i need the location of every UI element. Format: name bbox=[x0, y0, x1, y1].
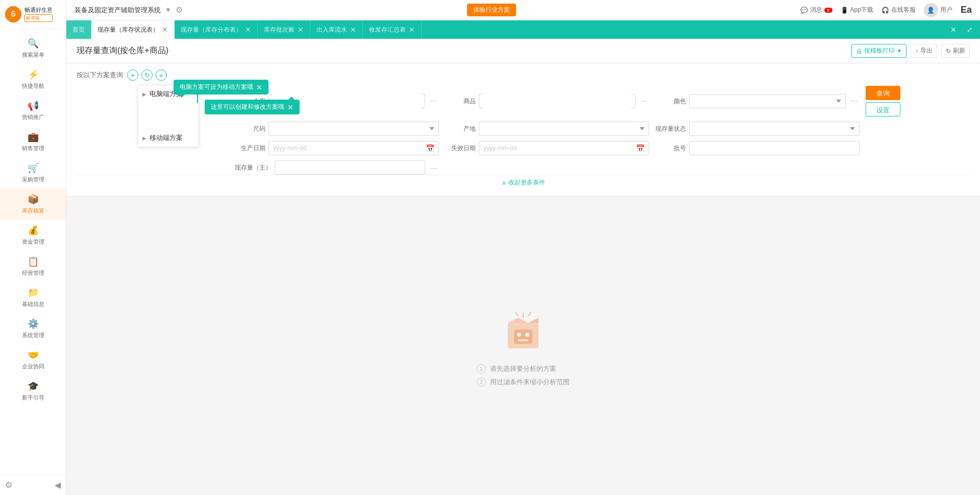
logo-badge: 标准版 bbox=[24, 14, 53, 22]
export-btn-label: 导出 bbox=[920, 46, 933, 55]
query-btn[interactable]: 查询 bbox=[866, 86, 900, 100]
messages-btn[interactable]: 💬 消息 9 bbox=[800, 6, 832, 14]
sidebar-item-enterprise[interactable]: 🤝 企业协同 bbox=[0, 344, 66, 375]
sidebar-item-guide[interactable]: 🎓 新手引导 bbox=[0, 375, 66, 407]
print-btn[interactable]: 🖨 按模板打印 ▼ bbox=[851, 44, 906, 58]
sidebar-item-sales[interactable]: 💼 销售管理 bbox=[0, 126, 66, 157]
sales-icon: 💼 bbox=[28, 131, 39, 143]
tab-in-out-flow-close[interactable]: ✕ bbox=[350, 26, 356, 34]
logo-text: 畅通好生意 bbox=[24, 6, 53, 13]
system-title-dropdown-icon[interactable]: ▼ bbox=[165, 6, 172, 14]
sidebar-item-sales-label: 销售管理 bbox=[22, 145, 44, 152]
sidebar-item-stock[interactable]: 📦 库存核算 bbox=[0, 188, 66, 220]
filter-scheme-area: + ↻ « bbox=[127, 69, 167, 81]
svg-rect-1 bbox=[514, 329, 532, 344]
scheme-tooltip-1: 电脑方案可设为移动方案哦 ✕ bbox=[174, 80, 268, 95]
tab-stock-status-close[interactable]: ✕ bbox=[162, 26, 168, 34]
filter-field-color: 颜色 ··· bbox=[655, 94, 860, 108]
messages-label: 消息 bbox=[810, 6, 822, 14]
collapse-bar[interactable]: ∧ 收起更多条件 bbox=[77, 175, 970, 190]
expire-date-label: 失效日期 bbox=[445, 144, 476, 153]
export-icon: ↑ bbox=[915, 48, 918, 55]
finance-icon: 💰 bbox=[28, 225, 39, 236]
print-dropdown-icon: ▼ bbox=[897, 48, 902, 54]
sidebar-item-purchase[interactable]: 🛒 采购管理 bbox=[0, 157, 66, 188]
filter-back-btn[interactable]: « bbox=[156, 69, 167, 81]
user-menu[interactable]: 👤 用户 bbox=[924, 3, 952, 17]
expire-date-start[interactable]: yyyy-mm-dd 📅 bbox=[479, 141, 649, 155]
export-btn[interactable]: ↑ 导出 bbox=[911, 44, 937, 58]
refresh-btn[interactable]: ↻ 刷新 bbox=[941, 44, 970, 58]
sidebar-item-finance[interactable]: 💰 资金管理 bbox=[0, 220, 66, 251]
stock-status-select[interactable] bbox=[689, 122, 860, 136]
svg-line-7 bbox=[516, 312, 518, 316]
quick-nav-icon: ⚡ bbox=[28, 69, 39, 80]
filter-label: 按以下方案查询 bbox=[77, 70, 123, 80]
collapse-sidebar-icon[interactable]: ◀ bbox=[55, 480, 61, 490]
size-select[interactable] bbox=[268, 122, 439, 136]
sidebar-item-stock-label: 库存核算 bbox=[22, 207, 44, 215]
sidebar-item-operations-label: 经营管理 bbox=[22, 269, 44, 277]
tab-receive-summary-close[interactable]: ✕ bbox=[409, 26, 415, 34]
industry-btn[interactable]: 体验行业方案 bbox=[467, 4, 516, 16]
produce-date-label: 生产日期 bbox=[235, 144, 265, 153]
main-content: 装备及固定资产辅助管理系统 ▼ ⚙ 体验行业方案 💬 消息 9 📱 App下载 … bbox=[66, 0, 980, 495]
sidebar-item-search[interactable]: 🔍 搜索菜单 bbox=[0, 33, 66, 64]
filter-row-2: 尺码 产地 现存量状态 bbox=[235, 122, 970, 136]
sidebar-item-system[interactable]: ⚙️ 系统管理 bbox=[0, 313, 66, 344]
reset-btn[interactable]: 设置 bbox=[866, 102, 900, 116]
filter-field-goods: 商品 ··· bbox=[445, 94, 649, 108]
goods-dots[interactable]: ··· bbox=[641, 97, 647, 106]
filter-header: 按以下方案查询 + ↻ « 电脑方案可设为移动方案哦 ✕ bbox=[77, 69, 970, 81]
filter-field-batch: 批号 bbox=[655, 141, 860, 155]
filter-refresh-btn[interactable]: ↻ bbox=[141, 69, 153, 81]
tab-expand-btn[interactable]: ⤢ bbox=[964, 23, 976, 36]
produce-date-placeholder: yyyy-mm-dd bbox=[273, 145, 306, 152]
app-download-btn[interactable]: 📱 App下载 bbox=[841, 6, 873, 14]
tab-batch-account[interactable]: 库存批次账 ✕ bbox=[258, 20, 310, 39]
tab-stock-dist-close[interactable]: ✕ bbox=[245, 26, 251, 34]
sidebar-item-marketing-label: 营销推广 bbox=[22, 113, 44, 121]
tab-stock-dist[interactable]: 现存量（库存分布表） ✕ bbox=[175, 20, 258, 39]
filter-add-btn[interactable]: + bbox=[127, 69, 138, 81]
tab-home[interactable]: 首页 bbox=[66, 20, 91, 39]
tab-close-all-btn[interactable]: ✕ bbox=[947, 23, 960, 36]
system-icon: ⚙️ bbox=[28, 318, 39, 329]
app-download-label: App下载 bbox=[850, 6, 873, 14]
tooltip2-text: 这里可以创建和修改方案哦 bbox=[211, 103, 284, 111]
filter-row-1: 仓库 ··· 商品 ··· bbox=[235, 86, 970, 116]
color-select[interactable] bbox=[689, 94, 846, 108]
empty-area: 1 请先选择要分析的方案 2 用过滤条件来缩小分析范围 bbox=[66, 197, 980, 495]
color-dots[interactable]: ··· bbox=[851, 97, 857, 106]
tooltip1-close-btn[interactable]: ✕ bbox=[256, 83, 262, 91]
sidebar-item-basic[interactable]: 📁 基础信息 bbox=[0, 282, 66, 313]
batch-input[interactable] bbox=[689, 141, 860, 155]
expire-date-placeholder: yyyy-mm-dd bbox=[483, 145, 517, 152]
tooltip2-close-btn[interactable]: ✕ bbox=[287, 103, 293, 111]
tabbar: 首页 现存量（库存状况表） ✕ 现存量（库存分布表） ✕ 库存批次账 ✕ 出入库… bbox=[66, 20, 980, 39]
settings-btn[interactable]: ⚙ bbox=[176, 5, 183, 15]
online-service-btn[interactable]: 🎧 在线客服 bbox=[881, 6, 916, 14]
online-service-label: 在线客服 bbox=[891, 6, 916, 14]
sidebar-item-marketing[interactable]: 📢 营销推广 bbox=[0, 95, 66, 126]
sidebar-item-quick-nav[interactable]: ⚡ 快捷导航 bbox=[0, 64, 66, 95]
marketing-icon: 📢 bbox=[28, 100, 39, 111]
tab-in-out-flow[interactable]: 出入库流水 ✕ bbox=[310, 20, 363, 39]
svg-point-3 bbox=[525, 333, 529, 337]
tab-stock-status[interactable]: 现存量（库存状况表） ✕ bbox=[91, 20, 175, 39]
tab-receive-summary[interactable]: 收发存汇总表 ✕ bbox=[363, 20, 422, 39]
sidebar-item-operations[interactable]: 📋 经营管理 bbox=[0, 251, 66, 282]
settings-icon[interactable]: ⚙ bbox=[5, 480, 12, 490]
warehouse-dots[interactable]: ··· bbox=[430, 97, 437, 106]
produce-date-start[interactable]: yyyy-mm-dd 📅 bbox=[268, 141, 439, 155]
headset-icon: 🎧 bbox=[881, 7, 889, 14]
topbar-right: 💬 消息 9 📱 App下载 🎧 在线客服 👤 用户 Ea bbox=[800, 3, 972, 17]
tab-batch-account-close[interactable]: ✕ bbox=[298, 26, 304, 34]
stock-main-start[interactable] bbox=[275, 160, 425, 175]
filter-field-expire-date: 失效日期 yyyy-mm-dd 📅 bbox=[445, 141, 649, 155]
app-logo: 6 畅通好生意 标准版 bbox=[0, 0, 66, 29]
scheme-mobile-item[interactable]: ▶ 移动端方案 bbox=[138, 131, 199, 145]
goods-input[interactable] bbox=[482, 94, 632, 108]
origin-select[interactable] bbox=[479, 122, 649, 136]
topbar: 装备及固定资产辅助管理系统 ▼ ⚙ 体验行业方案 💬 消息 9 📱 App下载 … bbox=[66, 0, 980, 20]
